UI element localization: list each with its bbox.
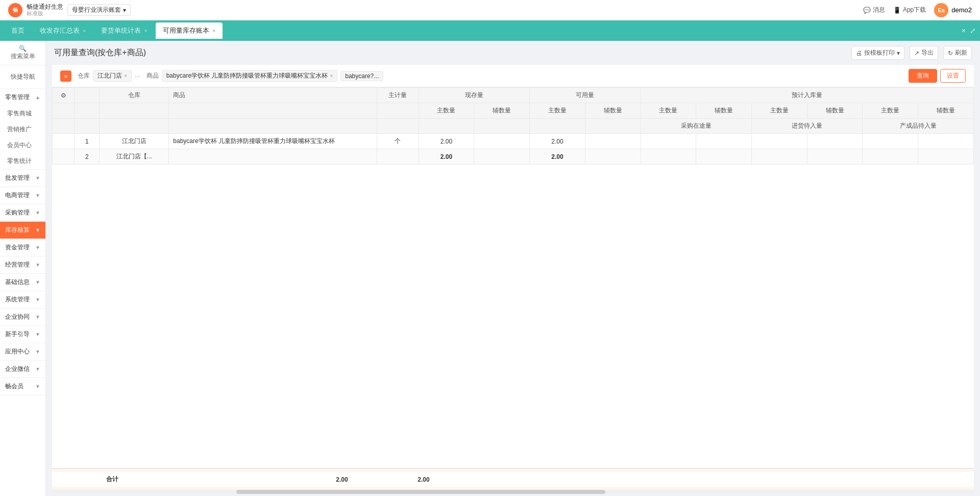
summary-table: 合计 2.00 2.00: [52, 472, 974, 487]
horizontal-scrollbar[interactable]: [52, 490, 974, 494]
row1-production-main: [863, 134, 918, 149]
row1-purchase-in-aux: [696, 134, 752, 149]
th-unit-2: [377, 103, 419, 119]
tab-available-inventory[interactable]: 可用量库存账本 ×: [156, 22, 223, 39]
sidebar-section-purchase: 采购管理 ▼: [0, 204, 45, 222]
sidebar-item-members[interactable]: 会员中心: [0, 137, 45, 153]
app-title-group: 畅捷通好生意 标准版: [27, 3, 63, 17]
th-stock-group: 现存量: [419, 88, 529, 103]
tab-close-receipt[interactable]: ×: [83, 28, 86, 34]
th-purchase-in-group: 采购在途量: [641, 119, 751, 134]
setting-button[interactable]: 设置: [940, 69, 966, 83]
row2-warehouse: 江北门店【...: [100, 149, 169, 164]
row1-purchase-in-main: [641, 134, 696, 149]
sidebar-section-finance-header[interactable]: 资金管理 ▼: [0, 239, 45, 256]
export-button[interactable]: ↗ 导出: [910, 46, 938, 60]
chevron-down-icon: ▾: [897, 50, 900, 57]
row2-unit: [377, 149, 419, 164]
summary-unit: [291, 472, 322, 487]
refresh-icon: ↻: [948, 50, 953, 57]
sidebar-item-marketing[interactable]: 营销推广: [0, 122, 45, 137]
th-settings[interactable]: ⚙: [53, 88, 75, 103]
message-button[interactable]: 💬 消息: [863, 6, 885, 14]
chevron-down-icon: ▼: [35, 366, 40, 372]
row2-seq: 2: [75, 149, 100, 164]
warehouse-filter-group: 仓库 江北门店 × ···: [78, 70, 140, 82]
th-product-2: [169, 103, 377, 119]
tab-close-all-button[interactable]: ×: [962, 27, 966, 35]
sidebar-section-wecom: 企业微信 ▼: [0, 361, 45, 378]
th-warehouse-2: [100, 103, 169, 119]
tab-home[interactable]: 首页: [4, 22, 32, 39]
app-download-button[interactable]: 📱 App下载: [893, 6, 926, 14]
sidebar-section-wholesale-header[interactable]: 批发管理 ▼: [0, 170, 45, 186]
row2-purchase-in-aux: [696, 149, 752, 164]
sidebar-section-member: 畅会员 ▼: [0, 378, 45, 395]
product-tag-2[interactable]: babycare?...: [340, 71, 383, 81]
th-settings-2: [53, 103, 75, 119]
warehouse-more-button[interactable]: ···: [135, 72, 140, 80]
filter-expand-button[interactable]: »: [60, 70, 71, 82]
top-bar: 畅 畅捷通好生意 标准版 母婴行业演示账套 ▾ 💬 消息 📱 App下载 Ea …: [0, 0, 980, 20]
sidebar-item-quick-nav[interactable]: 快捷导航: [0, 68, 45, 85]
sidebar-section-system-header[interactable]: 系统管理 ▼: [0, 291, 45, 308]
sidebar-section-enterprise: 企业协同 ▼: [0, 309, 45, 326]
th-stock-main: 主数量: [419, 103, 474, 119]
sidebar-section-member-header[interactable]: 畅会员 ▼: [0, 378, 45, 395]
user-area[interactable]: Ea demo2: [934, 3, 972, 17]
filter-bar: » 仓库 江北门店 × ··· 商品 babycare学饮杯 儿童防摔防撞吸管杯…: [52, 65, 974, 87]
tab-close-inventory[interactable]: ×: [212, 28, 215, 34]
row2-available-main: 2.00: [530, 149, 585, 164]
top-bar-left: 畅 畅捷通好生意 标准版 母婴行业演示账套 ▾: [8, 3, 131, 17]
avatar: Ea: [934, 3, 948, 17]
sidebar-section-enterprise-header[interactable]: 企业协同 ▼: [0, 309, 45, 325]
th-unit-3: [377, 119, 419, 134]
sidebar-section-appstore-header[interactable]: 应用中心 ▼: [0, 343, 45, 360]
tab-order-stats[interactable]: 要货单统计表 ×: [94, 22, 154, 39]
print-button[interactable]: 🖨 按模板打印 ▾: [851, 46, 904, 60]
query-button[interactable]: 查询: [909, 69, 937, 83]
chevron-down-icon: ▼: [35, 227, 40, 233]
account-selector[interactable]: 母婴行业演示账套 ▾: [67, 4, 131, 16]
tab-restore-button[interactable]: ⤢: [970, 27, 976, 35]
th-settings-3: [53, 119, 75, 134]
sidebar-section-retail-header[interactable]: 零售管理 ▲: [0, 89, 45, 106]
sidebar-section-purchase-header[interactable]: 采购管理 ▼: [0, 204, 45, 221]
product-tag-1-close[interactable]: ×: [330, 73, 333, 79]
sidebar-section-ecommerce-header[interactable]: 电商管理 ▼: [0, 187, 45, 204]
product-tag-1[interactable]: babycare学饮杯 儿童防摔防撞吸管杯重力球吸嘴杯宝宝水杯 ×: [162, 70, 338, 82]
main-layout: 🔍 搜索菜单 快捷导航 零售管理 ▲ 零售商城 营销推广 会员中心 零售统计 批…: [0, 41, 980, 496]
warehouse-tag-close[interactable]: ×: [124, 73, 127, 79]
logo-icon: 畅: [8, 3, 22, 17]
sidebar-section-wecom-header[interactable]: 企业微信 ▼: [0, 361, 45, 377]
warehouse-tag[interactable]: 江北门店 ×: [93, 70, 132, 82]
tab-close-order[interactable]: ×: [144, 28, 147, 34]
refresh-button[interactable]: ↻ 刷新: [943, 46, 972, 60]
th-product: 商品: [169, 88, 377, 103]
row1-available-aux: [585, 134, 641, 149]
sidebar-item-retail-stats[interactable]: 零售统计: [0, 153, 45, 169]
sidebar-section-operations-header[interactable]: 经营管理 ▼: [0, 256, 45, 273]
summary-seq: [68, 472, 87, 487]
sidebar-section-newbie-header[interactable]: 新手引导 ▼: [0, 326, 45, 343]
chevron-down-icon: ▼: [35, 349, 40, 355]
sidebar-section-retail: 零售管理 ▲ 零售商城 营销推广 会员中心 零售统计: [0, 89, 45, 170]
app-title: 畅捷通好生意: [27, 3, 63, 10]
sidebar-section-inventory-header[interactable]: 库存核算 ▼: [0, 222, 45, 239]
sidebar-item-retail-mall[interactable]: 零售商城: [0, 106, 45, 122]
sidebar-search[interactable]: 🔍 搜索菜单: [0, 41, 45, 65]
chevron-down-icon: ▼: [35, 245, 40, 250]
th-warehouse-3: [100, 119, 169, 134]
sidebar-section-basic-header[interactable]: 基础信息 ▼: [0, 274, 45, 291]
app-subtitle: 标准版: [27, 10, 63, 17]
th-stock-aux: 辅数量: [474, 103, 530, 119]
th-production-group: 产成品待入量: [863, 119, 974, 134]
row2-production-aux: [918, 149, 974, 164]
chevron-down-icon: ▼: [35, 384, 40, 389]
scrollbar-thumb: [236, 490, 605, 494]
row1-incoming-main: [752, 134, 807, 149]
th-incoming-main: 主数量: [752, 103, 807, 119]
th-product-3: [169, 119, 377, 134]
th-seq: [75, 88, 100, 103]
tab-receipt-summary[interactable]: 收发存汇总表 ×: [33, 22, 93, 39]
